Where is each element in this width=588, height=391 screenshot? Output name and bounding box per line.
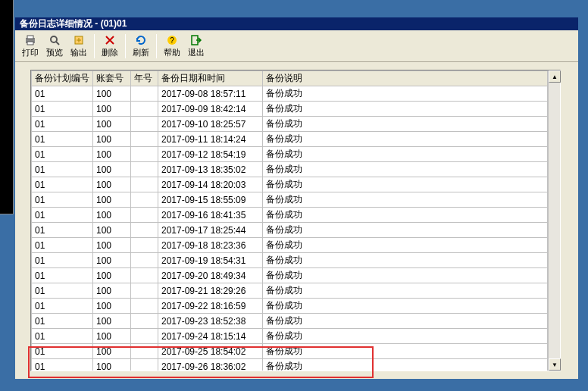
cell-desc: 备份成功 — [263, 253, 548, 268]
toolbar-separator — [94, 34, 95, 58]
cell-dt: 2017-09-14 18:20:03 — [158, 177, 263, 192]
svg-point-3 — [51, 36, 57, 42]
table-row[interactable]: 011002017-09-24 18:15:14备份成功 — [32, 329, 548, 344]
svg-text:?: ? — [170, 36, 174, 45]
cell-year — [131, 268, 158, 283]
cell-dt: 2017-09-26 18:36:02 — [158, 359, 263, 371]
cell-desc: 备份成功 — [263, 147, 548, 162]
window-titlebar[interactable]: 备份日志详细情况 - (01)01 — [15, 17, 578, 30]
help-icon: ? — [166, 34, 178, 46]
cell-dt: 2017-09-10 18:25:57 — [158, 117, 263, 132]
cell-year — [131, 344, 158, 359]
col-acct-header[interactable]: 账套号 — [93, 71, 131, 86]
table-row[interactable]: 011002017-09-20 18:49:34备份成功 — [32, 268, 548, 283]
delete-label: 删除 — [102, 47, 118, 58]
cell-desc: 备份成功 — [263, 132, 548, 147]
col-datetime-header[interactable]: 备份日期和时间 — [158, 71, 263, 86]
cell-year — [131, 86, 158, 102]
cell-year — [131, 359, 158, 371]
table-body: 011002017-09-08 18:57:11备份成功011002017-09… — [32, 86, 548, 371]
table-row[interactable]: 011002017-09-23 18:52:38备份成功 — [32, 314, 548, 329]
table-row[interactable]: 011002017-09-25 18:54:02备份成功 — [32, 344, 548, 359]
cell-acct: 100 — [93, 283, 131, 299]
table-row[interactable]: 011002017-09-16 18:41:35备份成功 — [32, 208, 548, 223]
cell-acct: 100 — [93, 329, 131, 344]
col-desc-header[interactable]: 备份说明 — [263, 71, 548, 86]
cell-acct: 100 — [93, 268, 131, 283]
cell-desc: 备份成功 — [263, 117, 548, 132]
background-panel — [0, 0, 14, 214]
cell-year — [131, 223, 158, 238]
cell-year — [131, 192, 158, 208]
exit-button[interactable]: 退出 — [184, 32, 208, 61]
table-row[interactable]: 011002017-09-22 18:16:59备份成功 — [32, 299, 548, 314]
exit-icon — [190, 34, 202, 46]
table-row[interactable]: 011002017-09-26 18:36:02备份成功 — [32, 359, 548, 371]
cell-desc: 备份成功 — [263, 208, 548, 223]
table-scroll: 备份计划编号 账套号 年号 备份日期和时间 备份说明 011002017-09-… — [31, 70, 548, 371]
cell-acct: 100 — [93, 192, 131, 208]
export-label: 输出 — [70, 47, 87, 58]
cell-plan: 01 — [32, 329, 93, 344]
cell-plan: 01 — [32, 162, 93, 177]
cell-plan: 01 — [32, 268, 93, 283]
scroll-track[interactable] — [549, 83, 560, 358]
table-row[interactable]: 011002017-09-12 18:54:19备份成功 — [32, 147, 548, 162]
scroll-down-button[interactable]: ▼ — [549, 358, 561, 371]
cell-acct: 100 — [93, 177, 131, 192]
table-row[interactable]: 011002017-09-11 18:14:24备份成功 — [32, 132, 548, 147]
cell-plan: 01 — [32, 283, 93, 299]
table-row[interactable]: 011002017-09-21 18:29:26备份成功 — [32, 283, 548, 299]
cell-year — [131, 253, 158, 268]
log-table-panel: 备份计划编号 账套号 年号 备份日期和时间 备份说明 011002017-09-… — [30, 70, 561, 371]
table-row[interactable]: 011002017-09-10 18:25:57备份成功 — [32, 117, 548, 132]
cell-year — [131, 329, 158, 344]
cell-plan: 01 — [32, 208, 93, 223]
preview-icon — [48, 34, 61, 46]
cell-dt: 2017-09-13 18:35:02 — [158, 162, 263, 177]
cell-acct: 100 — [93, 102, 131, 117]
cell-plan: 01 — [32, 117, 93, 132]
delete-button[interactable]: 删除 — [98, 32, 122, 61]
table-row[interactable]: 011002017-09-09 18:42:14备份成功 — [32, 102, 548, 117]
cell-year — [131, 314, 158, 329]
cell-acct: 100 — [93, 132, 131, 147]
cell-desc: 备份成功 — [263, 162, 548, 177]
cell-plan: 01 — [32, 102, 93, 117]
table-row[interactable]: 011002017-09-15 18:55:09备份成功 — [32, 192, 548, 208]
vertical-scrollbar[interactable]: ▲ ▼ — [548, 70, 560, 371]
cell-desc: 备份成功 — [263, 86, 548, 102]
table-row[interactable]: 011002017-09-14 18:20:03备份成功 — [32, 177, 548, 192]
cell-desc: 备份成功 — [263, 177, 548, 192]
cell-desc: 备份成功 — [263, 329, 548, 344]
export-icon — [73, 34, 85, 46]
cell-year — [131, 208, 158, 223]
scroll-up-button[interactable]: ▲ — [549, 70, 561, 83]
print-button[interactable]: 打印 — [18, 32, 42, 61]
svg-rect-1 — [27, 36, 33, 39]
cell-desc: 备份成功 — [263, 314, 548, 329]
cell-year — [131, 238, 158, 253]
cell-year — [131, 177, 158, 192]
cell-desc: 备份成功 — [263, 223, 548, 238]
cell-dt: 2017-09-15 18:55:09 — [158, 192, 263, 208]
cell-year — [131, 283, 158, 299]
export-button[interactable]: 输出 — [67, 32, 91, 61]
preview-button[interactable]: 预览 — [42, 32, 67, 61]
cell-acct: 100 — [93, 238, 131, 253]
table-row[interactable]: 011002017-09-17 18:25:44备份成功 — [32, 223, 548, 238]
refresh-icon — [135, 34, 147, 46]
table-row[interactable]: 011002017-09-13 18:35:02备份成功 — [32, 162, 548, 177]
cell-dt: 2017-09-19 18:54:31 — [158, 253, 263, 268]
cell-year — [131, 132, 158, 147]
help-button[interactable]: ? 帮助 — [160, 32, 184, 61]
col-year-header[interactable]: 年号 — [131, 71, 158, 86]
col-plan-header[interactable]: 备份计划编号 — [32, 71, 93, 86]
cell-dt: 2017-09-23 18:52:38 — [158, 314, 263, 329]
table-row[interactable]: 011002017-09-08 18:57:11备份成功 — [32, 86, 548, 102]
cell-acct: 100 — [93, 314, 131, 329]
table-row[interactable]: 011002017-09-18 18:23:36备份成功 — [32, 238, 548, 253]
cell-year — [131, 117, 158, 132]
refresh-button[interactable]: 刷新 — [129, 32, 153, 61]
table-row[interactable]: 011002017-09-19 18:54:31备份成功 — [32, 253, 548, 268]
